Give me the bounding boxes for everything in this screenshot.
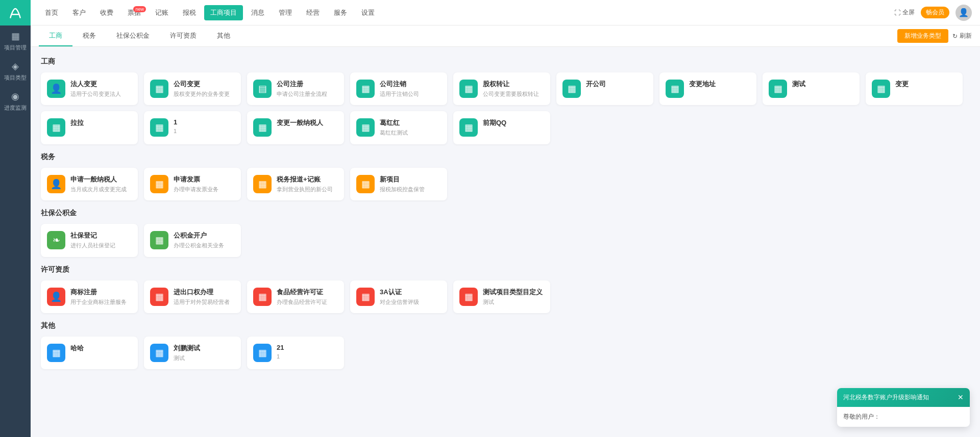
fund-open-icon: ▦ [150,231,168,249]
card-company-change[interactable]: ▦ 公司变更 股权变更外的业务变更 [144,72,241,105]
sidebar-item-project-mgmt[interactable]: ▦ 项目管理 [0,25,31,56]
card-lala[interactable]: ▦ 拉拉 [41,111,138,144]
sidebar-item-project-type[interactable]: ◈ 项目类型 [0,56,31,86]
fund-open-desc: 办理公积金相关业务 [174,242,235,249]
apply-invoice-icon: ▦ [150,175,168,193]
nav-invoice[interactable]: 票据 new [121,5,147,20]
card-qianqi-qq[interactable]: ▦ 前期QQ [453,111,550,144]
import-export-title: 进出口权办理 [174,288,235,297]
liupengtest-title: 刘鹏测试 [174,344,235,353]
twentyone-icon: ▦ [253,344,272,362]
card-new-project[interactable]: ▦ 新项目 报税加税控盘保管 [350,168,447,200]
notification-body: 尊敬的用户： [837,407,970,427]
3a-cert-desc: 对企业信誉评级 [380,298,441,306]
project-type-icon: ◈ [12,61,19,72]
sidebar-logo[interactable] [0,0,31,25]
company-cancel-desc: 适用于注销公司 [380,90,441,98]
change2-title: 变更 [895,80,957,89]
qianqi-qq-title: 前期QQ [483,118,544,127]
card-haha[interactable]: ▦ 哈哈 [41,337,138,369]
refresh-icon: ↻ [952,33,958,40]
avatar-icon: 👤 [959,8,969,17]
change-taxpayer-title: 变更一般纳税人 [277,118,338,127]
fullscreen-btn[interactable]: ⛶ 全屏 [894,8,915,17]
nav-service[interactable]: 服务 [328,5,353,20]
nav-settings[interactable]: 设置 [355,5,381,20]
fullscreen-label: 全屏 [902,8,915,17]
other-cards-grid: ▦ 哈哈 ▦ 刘鹏测试 测试 ▦ [41,337,970,369]
nav-bookkeeping[interactable]: 记账 [149,5,175,20]
card-open-company[interactable]: ▦ 开公司 [556,72,653,105]
sidebar-item-progress-monitor[interactable]: ◉ 进度监测 [0,86,31,116]
open-company-title: 开公司 [586,80,647,89]
shebao-cards-grid: ❧ 社保登记 进行人员社保登记 ▦ 公积金开户 办理公积金相关业务 [41,224,970,256]
card-company-cancel[interactable]: ▦ 公司注销 适用于注销公司 [350,72,447,105]
nav-tax[interactable]: 报税 [177,5,202,20]
mohonghong-desc: 葛红红测试 [380,129,441,137]
test-icon: ▦ [769,80,787,98]
nav-client[interactable]: 客户 [66,5,92,20]
tab-qita[interactable]: 其他 [207,26,240,46]
card-social-register[interactable]: ❧ 社保登记 进行人员社保登记 [41,224,138,256]
company-change-icon: ▦ [150,80,168,98]
nav-billing[interactable]: 收费 [94,5,119,20]
nav-home[interactable]: 首页 [39,5,64,20]
nav-message[interactable]: 消息 [245,5,271,20]
card-equity-transfer[interactable]: ▦ 股权转让 公司变更需要股权转让 [453,72,550,105]
tax-report-desc: 拿到营业执照的新公司 [277,186,338,193]
tab-xuke[interactable]: 许可资质 [160,26,207,46]
card-legal-change[interactable]: 👤 法人变更 适用于公司变更法人 [41,72,138,105]
apply-taxpayer-title: 申请一般纳税人 [70,175,132,184]
card-trademark[interactable]: 👤 商标注册 用于企业商标注册服务 [41,280,138,313]
company-change-title: 公司变更 [174,80,235,89]
company-cancel-title: 公司注销 [380,80,441,89]
gongshang-section: 工商 👤 法人变更 适用于公司变更法人 ▦ 公司变更 [41,57,970,144]
nav-bizproject[interactable]: 工商项目 [204,5,243,20]
tab-gongshang[interactable]: 工商 [39,26,72,46]
test-title: 测试 [792,80,853,89]
card-liupengtest[interactable]: ▦ 刘鹏测试 测试 [144,337,241,369]
avatar[interactable]: 👤 [955,5,972,21]
vip-button[interactable]: 畅会员 [921,7,949,18]
card-mohonghong[interactable]: ▦ 葛红红 葛红红测试 [350,111,447,144]
company-register-desc: 申请公司注册全流程 [277,90,338,98]
sidebar-item-label: 进度监测 [4,104,27,112]
card-twentyone[interactable]: ▦ 21 1 [247,337,344,369]
card-apply-invoice[interactable]: ▦ 申请发票 办理申请发票业务 [144,168,241,200]
mohonghong-icon: ▦ [356,118,375,137]
apply-invoice-desc: 办理申请发票业务 [174,186,235,193]
card-tax-report[interactable]: ▦ 税务报道+记账 拿到营业执照的新公司 [247,168,344,200]
import-export-icon: ▦ [150,288,168,306]
card-change-address[interactable]: ▦ 变更地址 [659,72,756,105]
card-one[interactable]: ▦ 1 1 [144,111,241,144]
fullscreen-icon: ⛶ [894,9,900,16]
notification-body-text: 尊敬的用户： [843,413,880,420]
card-food-permit[interactable]: ▦ 食品经营许可证 办理食品经营许可证 [247,280,344,313]
nav-operation[interactable]: 经营 [300,5,326,20]
xuke-section: 许可资质 👤 商标注册 用于企业商标注册服务 ▦ 进出口权办理 适用于对外贸 [41,265,970,313]
card-import-export[interactable]: ▦ 进出口权办理 适用于对外贸易经营者 [144,280,241,313]
new-project-title: 新项目 [380,175,441,184]
card-3a-cert[interactable]: ▦ 3A认证 对企业信誉评级 [350,280,447,313]
project-mgmt-icon: ▦ [11,31,20,42]
card-test[interactable]: ▦ 测试 [763,72,860,105]
food-permit-title: 食品经营许可证 [277,288,338,297]
apply-taxpayer-icon: 👤 [47,175,65,193]
card-change-taxpayer[interactable]: ▦ 变更一般纳税人 [247,111,344,144]
card-change2[interactable]: ▦ 变更 [866,72,963,105]
card-apply-taxpayer[interactable]: 👤 申请一般纳税人 当月或次月成变更完成 [41,168,138,200]
new-type-button[interactable]: 新增业务类型 [897,29,948,43]
card-company-register[interactable]: ▤ 公司注册 申请公司注册全流程 [247,72,344,105]
qianqi-qq-icon: ▦ [459,118,478,137]
card-fund-open[interactable]: ▦ 公积金开户 办理公积金相关业务 [144,224,241,256]
nav-manage[interactable]: 管理 [273,5,298,20]
tab-shebao[interactable]: 社保公积金 [106,26,160,46]
shuiwu-section-title: 税务 [41,152,970,162]
notification-close[interactable]: ✕ [958,393,964,401]
card-test-type[interactable]: ▦ 测试项目类型目定义 测试 [453,280,550,313]
other-section-title: 其他 [41,321,970,330]
test-type-desc: 测试 [483,298,544,306]
refresh-button[interactable]: ↻ 刷新 [952,29,972,43]
change-address-title: 变更地址 [689,80,750,89]
tab-shuiwu[interactable]: 税务 [72,26,106,46]
